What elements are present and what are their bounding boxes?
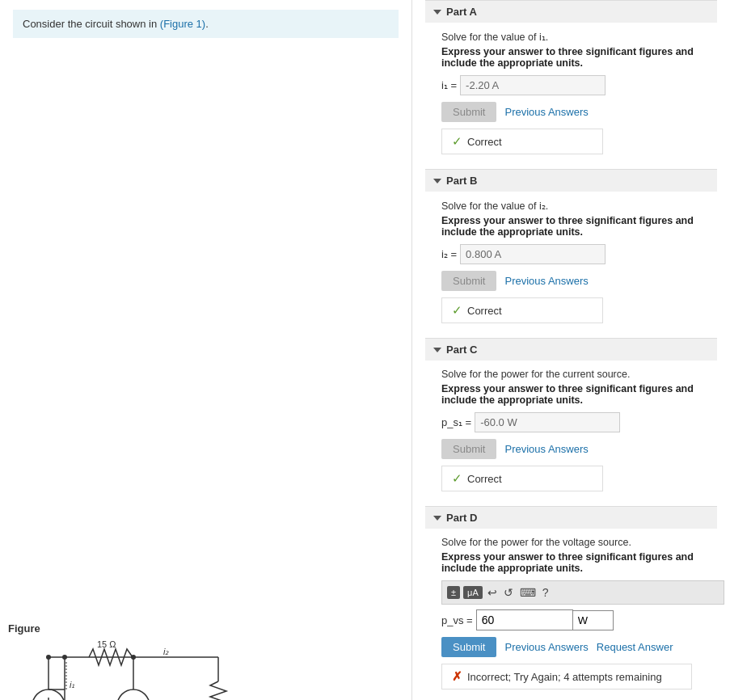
part-c-label: Part C: [446, 344, 477, 356]
part-a-label: Part A: [446, 6, 477, 18]
circuit-diagram: 3 A 20 V 15 Ω i₂: [8, 641, 234, 700]
part-b-prev-answers[interactable]: Previous Answers: [504, 275, 588, 287]
part-b-prefix: i₂ =: [441, 248, 457, 260]
part-b-submit[interactable]: Submit: [441, 271, 496, 291]
figure-area: Figure 3 A 20 V: [8, 622, 234, 700]
svg-text:i₂: i₂: [163, 647, 169, 656]
part-c-correct-box: ✓ Correct: [441, 466, 603, 491]
part-d-submit[interactable]: Submit: [441, 637, 496, 657]
part-c-answer-row: p_s₁ =: [441, 412, 709, 432]
part-b-check-icon: ✓: [452, 303, 462, 318]
part-a-body: Solve for the value of i₁. Express your …: [425, 23, 717, 162]
part-b-header[interactable]: Part B: [425, 169, 717, 192]
part-c-triangle: [433, 348, 441, 352]
part-d-incorrect-box: ✗ Incorrect; Try Again; 4 attempts remai…: [441, 664, 692, 689]
svg-text:15 Ω: 15 Ω: [97, 641, 116, 649]
part-b-input[interactable]: [460, 244, 606, 264]
part-a-check-icon: ✓: [452, 134, 462, 149]
part-c-prev-answers[interactable]: Previous Answers: [504, 443, 588, 455]
part-b-section: Part B Solve for the value of i₂. Expres…: [425, 169, 717, 331]
part-c-solve-text: Solve for the power for the current sour…: [441, 369, 709, 380]
part-b-triangle: [433, 179, 441, 183]
svg-text:i₁: i₁: [70, 680, 74, 689]
toolbar-plusminus-btn[interactable]: ±: [447, 586, 460, 599]
part-c-correct-text: Correct: [467, 473, 502, 485]
part-a-solve-text: Solve for the value of i₁.: [441, 31, 709, 43]
left-panel: Consider the circuit shown in (Figure 1)…: [0, 0, 412, 700]
part-d-instruction: Express your answer to three significant…: [441, 551, 709, 574]
part-a-button-row: Submit Previous Answers: [441, 102, 709, 122]
part-a-instruction: Express your answer to three significant…: [441, 46, 709, 69]
problem-text: Consider the circuit shown in: [23, 18, 160, 30]
part-a-section: Part A Solve for the value of i₁. Expres…: [425, 0, 717, 162]
part-a-answer-row: i₁ =: [441, 75, 709, 95]
part-d-body: Solve for the power for the voltage sour…: [425, 529, 717, 698]
right-panel: Part A Solve for the value of i₁. Expres…: [412, 0, 730, 700]
part-c-input[interactable]: [475, 412, 620, 432]
part-c-check-icon: ✓: [452, 471, 462, 486]
figure-link[interactable]: (Figure 1): [160, 18, 205, 30]
part-a-input[interactable]: [460, 75, 606, 95]
part-d-header[interactable]: Part D: [425, 506, 717, 529]
part-a-prefix: i₁ =: [441, 79, 457, 91]
circuit-svg: 3 A 20 V 15 Ω i₂: [8, 641, 234, 700]
part-c-button-row: Submit Previous Answers: [441, 439, 709, 459]
part-a-prev-answers[interactable]: Previous Answers: [504, 106, 588, 118]
toolbar-undo-btn[interactable]: ↩: [486, 584, 499, 601]
toolbar-redo-btn[interactable]: ↺: [502, 584, 515, 601]
part-a-header[interactable]: Part A: [425, 0, 717, 23]
part-d-request-answer[interactable]: Request Answer: [597, 641, 673, 653]
part-d-solve-text: Solve for the power for the voltage sour…: [441, 537, 709, 548]
part-b-answer-row: i₂ =: [441, 244, 709, 264]
part-d-incorrect-text: Incorrect; Try Again; 4 attempts remaini…: [467, 671, 662, 683]
part-d-section: Part D Solve for the power for the volta…: [425, 506, 717, 698]
part-c-body: Solve for the power for the current sour…: [425, 361, 717, 500]
part-c-header[interactable]: Part C: [425, 338, 717, 361]
part-b-body: Solve for the value of i₂. Express your …: [425, 192, 717, 331]
part-a-correct-text: Correct: [467, 136, 502, 148]
part-d-triangle: [433, 516, 441, 521]
part-c-prefix: p_s₁ =: [441, 416, 471, 428]
svg-point-12: [46, 655, 51, 660]
toolbar-ua-btn[interactable]: μA: [463, 586, 483, 599]
problem-statement: Consider the circuit shown in (Figure 1)…: [13, 10, 399, 38]
part-b-label: Part B: [446, 175, 477, 187]
part-c-instruction: Express your answer to three significant…: [441, 383, 709, 406]
part-a-triangle: [433, 10, 441, 15]
toolbar-keyboard-btn[interactable]: ⌨: [518, 584, 538, 601]
part-a-correct-box: ✓ Correct: [441, 129, 603, 154]
part-b-button-row: Submit Previous Answers: [441, 271, 709, 291]
svg-point-3: [117, 689, 150, 700]
svg-point-20: [62, 655, 67, 660]
part-b-instruction: Express your answer to three significant…: [441, 215, 709, 238]
part-a-submit[interactable]: Submit: [441, 102, 496, 122]
svg-point-16: [131, 655, 136, 660]
part-b-solve-text: Solve for the value of i₂.: [441, 200, 709, 212]
part-d-label: Part D: [446, 512, 477, 524]
part-d-prefix: p_vs =: [441, 614, 473, 626]
part-d-button-row: Submit Previous Answers Request Answer: [441, 637, 709, 657]
part-b-correct-text: Correct: [467, 305, 502, 317]
part-d-x-icon: ✗: [452, 669, 462, 684]
part-d-input[interactable]: [476, 609, 573, 630]
part-d-toolbar: ± μA ↩ ↺ ⌨ ?: [441, 580, 724, 605]
part-b-correct-box: ✓ Correct: [441, 297, 603, 323]
figure-label: Figure: [8, 622, 234, 635]
part-d-prev-answers[interactable]: Previous Answers: [504, 641, 588, 653]
part-c-submit[interactable]: Submit: [441, 439, 496, 459]
part-d-unit-input[interactable]: [573, 610, 614, 630]
part-d-answer-row: p_vs =: [441, 609, 709, 630]
part-c-section: Part C Solve for the power for the curre…: [425, 338, 717, 500]
toolbar-help-btn[interactable]: ?: [541, 584, 551, 601]
